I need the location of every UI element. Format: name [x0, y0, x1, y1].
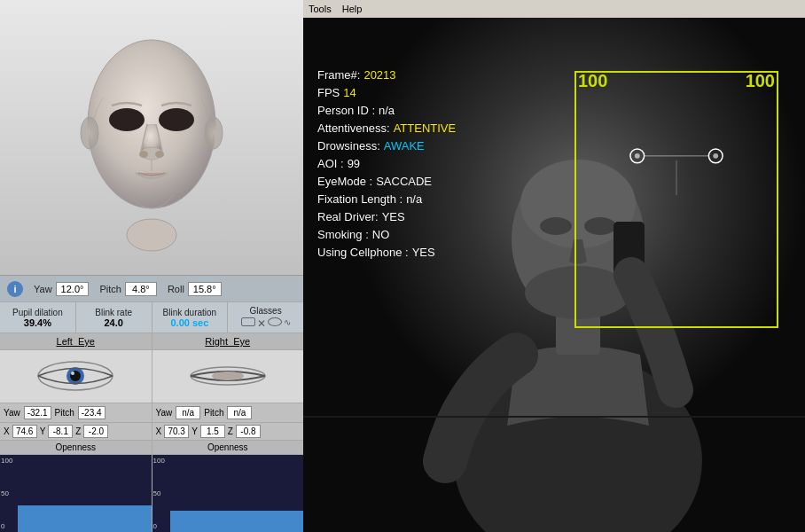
blink-rate-value: 24.0: [104, 317, 122, 328]
left-x-label: X: [4, 426, 10, 436]
stats-row: Pupil dilation 39.4% Blink rate 24.0 Bli…: [0, 301, 303, 333]
driver-value: YES: [382, 208, 405, 226]
svg-point-27: [635, 153, 640, 159]
hud-cellphone: Using Cellphone : YES: [317, 244, 456, 262]
glasses-icon-2: [268, 317, 282, 326]
right-eye-svg: [184, 356, 272, 396]
left-z-val: -2.0: [83, 425, 108, 438]
left-y-label: Y: [40, 426, 46, 436]
face-area: [0, 0, 303, 275]
blink-rate-cell: Blink rate 24.0: [76, 302, 152, 332]
eyemode-value: SACCADE: [376, 173, 432, 191]
left-panel: i Yaw 12.0° Pitch 4.8° Roll 15.8° Pupil …: [0, 0, 303, 532]
frame-label: Frame#:: [317, 66, 360, 84]
right-y-labels: 100 50 0: [152, 455, 166, 532]
right-eye-xyz: X 70.3 Y 1.5 Z -0.8: [152, 423, 304, 441]
hud-eyemode: EyeMode : SACCADE: [317, 173, 456, 191]
roll-group: Roll 15.8°: [168, 282, 222, 296]
hud-person: Person ID : n/a: [317, 102, 456, 120]
eyemode-label: EyeMode :: [317, 173, 372, 191]
blink-rate-label: Blink rate: [95, 308, 132, 317]
hud-attentive: Attentiveness: ATTENTIVE: [317, 120, 456, 137]
left-eye-svg: [31, 356, 120, 396]
glasses-icon-1: [241, 317, 255, 326]
person-value: n/a: [379, 102, 395, 120]
blink-dur-value: 0.00 sec: [170, 317, 208, 328]
hud-overlay: Frame#: 20213 FPS 14 Person ID : n/a Att…: [317, 66, 456, 262]
fixation-value: n/a: [406, 191, 422, 208]
drowsy-value: AWAKE: [384, 137, 425, 155]
left-openness-label: Openness: [0, 441, 152, 455]
right-eye-visual: [152, 350, 304, 403]
face-3d-model: [63, 22, 240, 253]
right-eye-coords: Yaw n/a Pitch n/a: [152, 403, 304, 423]
right-pitch-label: Pitch: [204, 408, 223, 418]
aoi-label: AOI :: [317, 155, 344, 173]
svg-point-22: [540, 217, 572, 235]
cellphone-label: Using Cellphone :: [317, 244, 409, 262]
left-eye-visual: [0, 350, 152, 403]
drowsy-label: Drowsiness:: [317, 137, 380, 155]
right-eye-panel: Right_Eye Yaw n/a Pitch n/a X 70.3 Y: [152, 333, 304, 532]
right-openness-label: Openness: [152, 441, 304, 455]
svg-point-5: [159, 108, 194, 131]
menu-tools[interactable]: Tools: [309, 4, 332, 14]
eyes-section: Left_Eye Yaw -32.1 Pitch -23.4 X: [0, 333, 303, 532]
fps-label: FPS: [317, 84, 340, 102]
blink-dur-label: Blink duration: [163, 308, 217, 317]
left-y-labels: 100 50 0: [0, 455, 13, 532]
left-yaw-val: -32.1: [24, 406, 51, 419]
svg-point-29: [713, 153, 718, 159]
camera-background: Frame#: 20213 FPS 14 Person ID : n/a Att…: [303, 18, 805, 532]
menu-help[interactable]: Help: [342, 4, 363, 14]
roll-label: Roll: [168, 284, 184, 294]
pitch-label: Pitch: [99, 284, 121, 294]
blink-duration-cell: Blink duration 0.00 sec: [152, 302, 229, 332]
left-eye-panel: Left_Eye Yaw -32.1 Pitch -23.4 X: [0, 333, 152, 532]
hud-fixation: Fixation Length : n/a: [317, 191, 456, 208]
right-x-label: X: [156, 426, 162, 436]
hud-frame: Frame#: 20213: [317, 66, 456, 84]
aoi-value: 99: [348, 155, 360, 173]
menu-bar: Tools Help: [303, 0, 805, 18]
right-y-label: Y: [191, 426, 198, 436]
info-icon: i: [7, 281, 23, 297]
left-pitch-label: Pitch: [55, 408, 74, 418]
pitch-group: Pitch 4.8°: [99, 282, 156, 296]
pitch-value: 4.8°: [125, 282, 157, 296]
pupil-value: 39.4%: [24, 317, 51, 328]
svg-point-8: [155, 151, 164, 158]
roll-value: 15.8°: [188, 282, 222, 296]
smoking-value: NO: [372, 226, 390, 244]
left-z-label: Z: [75, 426, 81, 436]
attentive-label: Attentiveness:: [317, 120, 390, 137]
person-label: Person ID :: [317, 102, 375, 120]
left-eye-xyz: X 74.6 Y -8.1 Z -2.0: [0, 423, 152, 441]
right-yaw-val: n/a: [176, 406, 200, 419]
left-eye-header: Left_Eye: [0, 333, 152, 350]
cellphone-value: YES: [412, 244, 435, 262]
right-openness-chart: 100 50 0: [152, 455, 304, 532]
svg-point-7: [139, 151, 148, 158]
svg-point-4: [109, 108, 145, 131]
attentive-value: ATTENTIVE: [394, 120, 457, 137]
right-y-val: 1.5: [200, 425, 225, 438]
left-y-val: -8.1: [48, 425, 73, 438]
hud-aoi: AOI : 99: [317, 155, 456, 173]
svg-point-0: [127, 219, 176, 251]
glasses-cell: Glasses ✕ ∿: [228, 302, 303, 332]
yaw-value: 12.0°: [56, 282, 90, 296]
fps-value: 14: [343, 84, 356, 102]
camera-panel: Frame#: 20213 FPS 14 Person ID : n/a Att…: [303, 18, 805, 532]
left-x-val: 74.6: [12, 425, 37, 438]
right-eye-header: Right_Eye: [152, 333, 304, 350]
yaw-label: Yaw: [34, 284, 52, 294]
pupil-dilation-cell: Pupil dilation 39.4%: [0, 302, 76, 332]
glasses-icons: ✕ ∿: [241, 317, 291, 330]
hud-driver: Real Driver: YES: [317, 208, 456, 226]
info-bar: i Yaw 12.0° Pitch 4.8° Roll 15.8°: [0, 275, 303, 301]
yaw-group: Yaw 12.0°: [34, 282, 89, 296]
glasses-slash: ✕: [257, 317, 266, 330]
left-openness-chart: 100 50 0: [0, 455, 152, 532]
left-yaw-label: Yaw: [4, 408, 20, 418]
